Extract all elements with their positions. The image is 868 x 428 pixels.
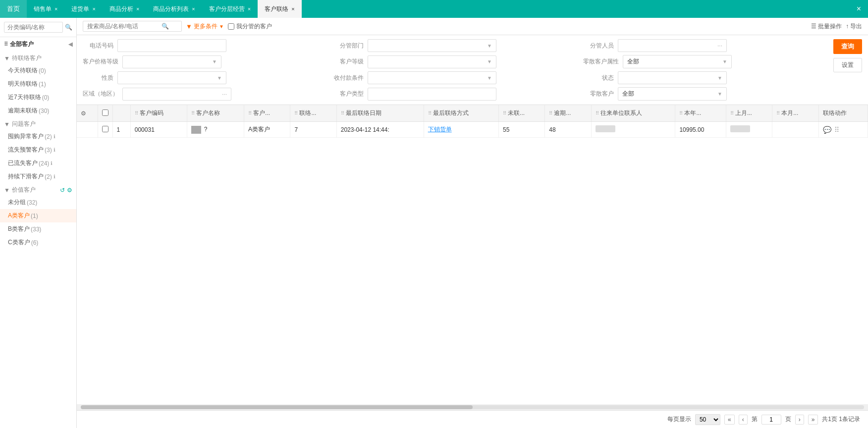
last-page-button[interactable]: » — [808, 415, 818, 425]
table-header-last-date[interactable]: ⠿最后联络日期 — [336, 105, 424, 122]
filter-input-cust-type[interactable] — [368, 88, 496, 101]
sidebar-item-today[interactable]: 今天待联络(0) — [0, 64, 76, 77]
per-page-select[interactable]: 50 100 — [695, 414, 720, 425]
filter-input-manager[interactable]: ··· — [618, 39, 727, 52]
sidebar-item-class-b[interactable]: B类客户(33) — [0, 222, 76, 236]
filter-input-payment[interactable]: ▼ — [368, 71, 496, 84]
filter-input-dept[interactable]: ▼ — [368, 39, 496, 52]
sidebar-item-churned[interactable]: 已流失客户(24)ℹ — [0, 157, 76, 170]
select-all-checkbox[interactable] — [102, 109, 108, 116]
batch-operations-button[interactable]: ☰ 批量操作 — [811, 22, 842, 31]
table-header-code[interactable]: ⠿客户编码 — [130, 105, 187, 122]
td-contact-count: 7 — [290, 122, 336, 138]
nav-tab-customer-contact[interactable]: 客户联络 × — [258, 0, 301, 18]
nav-tab-customer-mgmt[interactable]: 客户分层经营 × — [202, 0, 258, 18]
horizontal-scrollbar[interactable] — [77, 404, 868, 410]
td-no-contact: 55 — [499, 122, 545, 138]
nav-tab-product-list[interactable]: 商品分析列表 × — [146, 0, 202, 18]
filter-field-payment: 收付款条件 ▼ — [333, 71, 571, 84]
filter-input-cust-level[interactable]: ▼ — [368, 55, 496, 68]
table-header-last-method[interactable]: ⠿最后联络方式 — [424, 105, 498, 122]
page-number-input[interactable] — [761, 415, 781, 425]
filter-search-input[interactable] — [87, 23, 162, 30]
table-header-this-year[interactable]: ⠿本年... — [675, 105, 726, 122]
grid-icon: ⠿ — [4, 41, 8, 48]
sidebar-item-class-a[interactable]: A类客户(1) — [0, 209, 76, 222]
settings-button[interactable]: 设置 — [833, 58, 862, 72]
sidebar-item-7days[interactable]: 近7天待联络(0) — [0, 91, 76, 104]
value-group-refresh[interactable]: ↺ — [60, 187, 65, 194]
sidebar-group-pending[interactable]: ▼ 待联络客户 — [0, 52, 76, 64]
filter-label-status: 状态 — [583, 74, 618, 82]
nav-tab-product-analysis[interactable]: 商品分析 × — [103, 0, 146, 18]
col-handle-no-contact: ⠿ — [503, 110, 506, 116]
filter-field-cust-type: 客户类型 — [333, 88, 571, 101]
export-button[interactable]: ↑ 导出 — [846, 22, 862, 31]
next-page-button[interactable]: › — [795, 415, 804, 425]
sidebar-item-overdue[interactable]: 逾期未联络(30) — [0, 104, 76, 117]
td-checkbox — [98, 122, 112, 138]
sidebar-search-input[interactable] — [4, 22, 63, 33]
per-page-label: 每页显示 — [667, 415, 691, 424]
last-month-block — [730, 125, 750, 132]
sidebar-group-problem[interactable]: ▼ 问题客户 — [0, 117, 76, 130]
row-actions: 💬 ⠿ — [823, 126, 864, 134]
sidebar-item-declining[interactable]: 持续下滑客户(2)ℹ — [0, 170, 76, 183]
nav-tab-sales[interactable]: 销售单 × — [27, 0, 64, 18]
table-header-no-contact[interactable]: ⠿未联... — [499, 105, 545, 122]
close-tab-purchase[interactable]: × — [92, 6, 95, 12]
nav-tab-purchase[interactable]: 进货单 × — [64, 0, 102, 18]
close-tab-customer-contact[interactable]: × — [291, 6, 294, 12]
last-method-link[interactable]: 下销货单 — [428, 126, 452, 133]
sidebar-item-class-c[interactable]: C类客户(6) — [0, 236, 76, 249]
filter-bar: 🔍 ▼ 更多条件 ▼ 我分管的客户 ☰ 批量操作 ↑ 导出 — [77, 18, 868, 35]
filter-row-4: 区域（地区） ··· 客户类型 — [83, 87, 821, 101]
col-handle-this-month: ⠿ — [776, 110, 780, 116]
table-header-contact[interactable]: ⠿联络... — [290, 105, 336, 122]
nav-home[interactable]: 首页 — [0, 0, 27, 18]
table-header-gear[interactable]: ⚙ — [77, 105, 98, 122]
filter-input-status[interactable]: ▼ — [618, 71, 727, 84]
sidebar-item-ungrouped[interactable]: 未分组(32) — [0, 196, 76, 209]
prev-page-button[interactable]: ‹ — [739, 415, 748, 425]
table-header-this-month[interactable]: ⠿本月... — [772, 105, 818, 122]
scroll-thumb[interactable] — [81, 405, 473, 409]
close-tab-customer-mgmt[interactable]: × — [248, 6, 251, 12]
filter-input-price-level[interactable]: ▼ — [122, 55, 221, 68]
close-tab-sales[interactable]: × — [54, 6, 57, 12]
filter-input-retail-attr[interactable]: 全部 ▼ — [623, 55, 732, 68]
close-tab-product-list[interactable]: × — [192, 6, 195, 12]
more-action-icon[interactable]: ⠿ — [834, 126, 839, 134]
filter-label-nature: 性质 — [83, 74, 117, 82]
sidebar-group-value[interactable]: ▼ 价值客户 ↺ ⚙ — [0, 183, 76, 196]
sidebar-all-customers[interactable]: ⠿ 全部客户 ◀ — [0, 37, 76, 52]
footer-pagination: 每页显示 50 100 « ‹ 第 页 › » 共1页 1条记录 — [77, 410, 868, 428]
table-header-unit-contact[interactable]: ⠿往来单位联系人 — [591, 105, 675, 122]
filter-input-nature[interactable]: ▼ — [117, 71, 226, 84]
sidebar-search-icon[interactable]: 🔍 — [65, 24, 72, 31]
sidebar-collapse-icon[interactable]: ◀ — [68, 41, 72, 48]
query-button[interactable]: 查询 — [833, 39, 862, 54]
filter-input-retail[interactable]: 全部 ▼ — [618, 87, 727, 101]
filter-input-region[interactable]: ··· — [122, 88, 231, 101]
my-customers-checkbox[interactable] — [228, 23, 234, 30]
sidebar-item-tomorrow[interactable]: 明天待联络(1) — [0, 77, 76, 91]
value-group-settings[interactable]: ⚙ — [67, 187, 72, 194]
row-checkbox[interactable] — [102, 126, 108, 132]
retail-arrow-icon: ▼ — [717, 91, 722, 97]
table-header-last-month[interactable]: ⠿上月... — [726, 105, 772, 122]
my-customers-filter[interactable]: 我分管的客户 — [228, 22, 272, 31]
table-header-overdue[interactable]: ⠿逾期... — [545, 105, 591, 122]
filter-field-status: 状态 ▼ — [583, 71, 821, 84]
filter-search-icon[interactable]: 🔍 — [162, 23, 169, 30]
close-tab-product-analysis[interactable]: × — [136, 6, 139, 12]
filter-input-phone[interactable] — [117, 39, 226, 52]
table-header-level[interactable]: ⠿客户... — [244, 105, 290, 122]
sidebar-item-churn-warn[interactable]: 流失预警客户(3)ℹ — [0, 143, 76, 157]
table-header-name[interactable]: ⠿客户名称 — [187, 105, 244, 122]
chat-action-icon[interactable]: 💬 — [823, 126, 831, 134]
close-all-button[interactable]: × — [850, 4, 868, 13]
sidebar-item-abnormal[interactable]: 囤购异常客户(2)ℹ — [0, 130, 76, 143]
first-page-button[interactable]: « — [724, 415, 735, 425]
more-conditions-button[interactable]: ▼ 更多条件 ▼ — [186, 22, 224, 31]
